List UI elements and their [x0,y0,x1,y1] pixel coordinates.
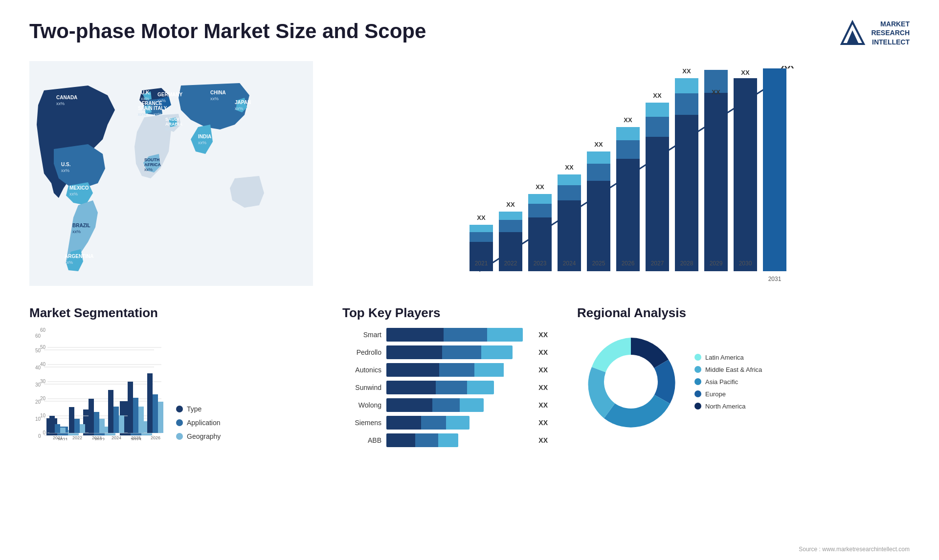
svg-text:2031: 2031 [768,276,782,282]
legend-mea: Middle East & Africa [694,366,762,373]
svg-rect-48 [528,204,552,217]
svg-text:2021: 2021 [53,435,63,440]
logo-text: MARKET RESEARCH INTELLECT [871,20,910,46]
key-players-section: Top Key Players Smart XX [342,305,548,447]
svg-text:CHINA: CHINA [210,90,226,95]
svg-rect-64 [616,127,640,140]
svg-text:xx%: xx% [235,106,243,111]
svg-text:xx%: xx% [198,140,206,145]
svg-text:XX: XX [536,183,544,191]
world-map: CANADA xx% U.S. xx% MEXICO xx% BRAZIL xx… [29,61,318,296]
growth-chart-svg: 2021 XX 2022 XX 2023 XX 2024 XX [352,66,900,291]
svg-rect-127 [60,428,66,433]
svg-text:XX: XX [477,214,486,221]
player-sunwind: Sunwind XX [342,381,548,394]
page-title: Two-phase Motor Market Size and Scope [29,20,426,43]
svg-text:xx%: xx% [61,168,69,173]
svg-text:2024: 2024 [563,260,576,267]
apac-dot [694,378,701,385]
svg-rect-49 [528,194,552,204]
map-svg: CANADA xx% U.S. xx% MEXICO xx% BRAZIL xx… [29,61,313,286]
svg-rect-73 [675,93,698,115]
svg-text:XX: XX [624,116,632,124]
svg-text:XX: XX [506,201,515,208]
latam-dot [694,354,701,361]
source-text: Source : www.marketresearchintellect.com [799,546,910,553]
svg-text:2023: 2023 [92,435,102,440]
svg-rect-125 [49,416,55,433]
legend-europe: Europe [694,390,762,398]
growth-chart-section: 2021 XX 2022 XX 2023 XX 2024 XX [342,61,910,296]
svg-text:AFRICA: AFRICA [144,162,161,167]
player-siemens: Siemens XX [342,416,548,430]
svg-text:2026: 2026 [622,260,635,267]
svg-text:xx%: xx% [157,98,166,103]
legend-latin-america: Latin America [694,354,762,361]
svg-rect-53 [558,185,581,200]
svg-text:ITALY: ITALY [154,106,167,111]
svg-text:xx%: xx% [165,127,174,131]
svg-text:JAPAN: JAPAN [235,100,251,105]
donut-chart [577,328,685,435]
svg-text:U.S.: U.S. [61,162,71,167]
player-smart: Smart XX [342,328,548,342]
svg-text:xx%: xx% [69,192,78,196]
svg-text:ARABIA: ARABIA [165,122,182,127]
svg-rect-37 [470,242,493,271]
header: Two-phase Motor Market Size and Scope MA… [29,20,910,46]
svg-text:40: 40 [40,362,46,367]
svg-rect-62 [616,159,640,271]
svg-text:SAUDI: SAUDI [165,117,179,122]
svg-rect-39 [470,225,493,232]
donut-hole [604,355,658,409]
svg-text:xx%: xx% [72,229,81,234]
svg-text:50: 50 [40,345,46,350]
svg-text:2024: 2024 [112,435,121,440]
svg-text:xx%: xx% [144,167,153,172]
svg-text:0: 0 [43,430,45,435]
svg-rect-131 [80,424,85,433]
svg-text:BRAZIL: BRAZIL [72,223,90,228]
player-autonics: Autonics XX [342,363,548,377]
svg-text:2026: 2026 [151,435,160,440]
canada-label: CANADA [56,95,77,100]
svg-text:10: 10 [40,413,46,418]
svg-rect-129 [69,407,74,433]
bottom-row: Market Segmentation 0 10 20 30 40 50 60 [29,305,318,528]
players-list: Smart XX Pedrollo [342,328,548,447]
mea-dot [694,366,701,373]
legend-type-dot [176,406,183,412]
svg-rect-137 [108,390,113,433]
svg-rect-130 [74,419,80,433]
svg-text:2023: 2023 [534,260,547,267]
svg-text:XX: XX [682,67,691,75]
svg-rect-135 [99,419,105,433]
svg-rect-134 [94,412,99,433]
legend-geography-dot [176,433,183,440]
svg-text:2022: 2022 [72,435,82,440]
svg-text:2029: 2029 [710,260,723,267]
svg-text:XX: XX [594,141,603,148]
segmentation-section: Market Segmentation 0 10 20 30 40 50 60 [29,305,235,440]
svg-rect-147 [158,402,163,433]
svg-text:xx%: xx% [56,101,65,106]
svg-text:XX: XX [712,88,720,96]
svg-rect-58 [587,164,610,181]
svg-rect-63 [616,140,640,159]
svg-rect-141 [128,382,133,433]
svg-text:xx%: xx% [138,112,146,117]
svg-text:60: 60 [40,328,46,333]
svg-rect-143 [138,407,144,433]
svg-rect-133 [89,399,94,433]
regional-section: Regional Analysis [577,305,910,435]
svg-text:SPAIN: SPAIN [138,106,153,111]
bottom-right: Top Key Players Smart XX [342,305,910,528]
svg-text:xx%: xx% [154,112,162,117]
regional-title: Regional Analysis [577,305,910,321]
legend-geography: Geography [176,432,221,440]
svg-text:INDIA: INDIA [198,134,211,139]
svg-rect-68 [646,117,669,137]
svg-text:ARGENTINA: ARGENTINA [65,254,93,259]
svg-rect-146 [153,394,158,433]
svg-rect-59 [587,151,610,164]
